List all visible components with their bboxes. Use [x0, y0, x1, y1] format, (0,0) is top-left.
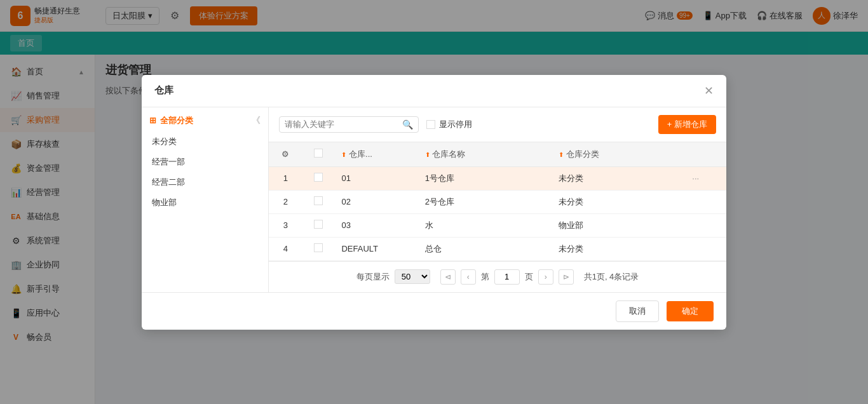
tree-collapse-icon[interactable]: 《	[252, 115, 261, 126]
cell-name: 总仓	[417, 237, 551, 260]
page-unit: 页	[525, 271, 533, 283]
cell-name: 1号仓库	[417, 166, 551, 190]
tree-item-dept1[interactable]: 经营一部	[142, 152, 268, 172]
tree-item-dept2[interactable]: 经营二部	[142, 172, 268, 192]
cell-category: 未分类	[551, 190, 684, 213]
table-body: 1 01 1号仓库 未分类 ··· 2 02 2号仓库 未分类 3 03 水 物…	[269, 166, 726, 260]
show-disabled-checkbox[interactable]	[426, 120, 435, 129]
table-row[interactable]: 1 01 1号仓库 未分类 ···	[269, 166, 726, 190]
warehouse-table-wrap: ⚙ ⬆ 仓库... ⬆	[269, 142, 726, 261]
table-row[interactable]: 3 03 水 物业部	[269, 213, 726, 237]
cell-code: 01	[334, 166, 417, 190]
cell-category: 未分类	[551, 166, 684, 190]
table-header-row: ⚙ ⬆ 仓库... ⬆	[269, 142, 726, 167]
cell-checkbox	[302, 237, 334, 260]
cell-num: 4	[269, 237, 302, 260]
cancel-button[interactable]: 取消	[616, 300, 659, 322]
col-header-category: ⬆ 仓库分类	[551, 142, 684, 167]
next-page-button[interactable]: ›	[538, 269, 553, 285]
first-page-button[interactable]: ⊲	[440, 269, 456, 285]
col-header-code: ⬆ 仓库...	[334, 142, 417, 167]
row-checkbox[interactable]	[314, 243, 323, 252]
cell-checkbox	[302, 190, 334, 213]
last-page-button[interactable]: ⊳	[559, 269, 574, 285]
page-label: 第	[481, 271, 489, 283]
cell-more[interactable]	[684, 213, 726, 237]
modal-header: 仓库 ✕	[142, 75, 726, 107]
cell-checkbox	[302, 166, 334, 190]
modal-close-button[interactable]: ✕	[704, 84, 714, 98]
search-icon[interactable]: 🔍	[402, 119, 413, 130]
cell-num: 2	[269, 190, 302, 213]
cell-more[interactable]	[684, 190, 726, 213]
tree-all-category[interactable]: ⊞ 全部分类	[149, 115, 193, 126]
table-row[interactable]: 4 DEFAULT 总仓 未分类	[269, 237, 726, 260]
show-disabled-wrap: 显示停用	[426, 119, 472, 130]
tree-item-unclassified[interactable]: 未分类	[142, 131, 268, 152]
tree-item-property[interactable]: 物业部	[142, 192, 268, 213]
modal-body: ⊞ 全部分类 《 未分类 经营一部 经营二部 物业部 🔍	[142, 107, 726, 292]
tree-panel: ⊞ 全部分类 《 未分类 经营一部 经营二部 物业部	[142, 107, 269, 292]
grid-icon: ⊞	[149, 116, 156, 125]
cell-num: 3	[269, 213, 302, 237]
tree-header: ⊞ 全部分类 《	[142, 115, 268, 131]
row-checkbox[interactable]	[314, 173, 323, 182]
cell-checkbox	[302, 213, 334, 237]
sort-icon-cat: ⬆	[559, 151, 564, 158]
cell-code: 02	[334, 190, 417, 213]
cell-category: 物业部	[551, 213, 684, 237]
modal-footer: 取消 确定	[142, 292, 726, 330]
per-page-label: 每页显示	[356, 271, 390, 283]
modal-backdrop: 仓库 ✕ ⊞ 全部分类 《 未分类 经营一部 经营二部 物业部	[0, 0, 868, 404]
warehouse-modal: 仓库 ✕ ⊞ 全部分类 《 未分类 经营一部 经营二部 物业部	[142, 75, 726, 330]
cell-name: 2号仓库	[417, 190, 551, 213]
modal-title: 仓库	[154, 84, 173, 97]
table-row[interactable]: 2 02 2号仓库 未分类	[269, 190, 726, 213]
total-info: 共1页, 4条记录	[584, 271, 639, 283]
cell-category: 未分类	[551, 237, 684, 260]
confirm-button[interactable]: 确定	[667, 301, 714, 321]
add-warehouse-button[interactable]: + 新增仓库	[658, 115, 716, 134]
modal-pagination: 每页显示 50 10 20 100 ⊲ ‹ 第 页 › ⊳ 共1页, 4条记	[269, 261, 726, 292]
select-all-checkbox[interactable]	[314, 149, 323, 158]
warehouse-table: ⚙ ⬆ 仓库... ⬆	[269, 142, 726, 261]
prev-page-button[interactable]: ‹	[461, 269, 476, 285]
cell-code: 03	[334, 213, 417, 237]
search-input[interactable]	[285, 119, 402, 129]
settings-icon: ⚙	[281, 149, 289, 159]
col-header-checkbox	[302, 142, 334, 167]
cell-code: DEFAULT	[334, 237, 417, 260]
cell-more[interactable]: ···	[684, 166, 726, 190]
cell-name: 水	[417, 213, 551, 237]
row-checkbox[interactable]	[314, 196, 323, 205]
col-header-more	[684, 142, 726, 167]
sort-icon-name: ⬆	[425, 151, 430, 158]
page-number-input[interactable]	[494, 269, 520, 285]
cell-num: 1	[269, 166, 302, 190]
content-panel: 🔍 显示停用 + 新增仓库 ⚙	[269, 107, 726, 292]
col-header-settings: ⚙	[269, 142, 302, 167]
col-header-name: ⬆ 仓库名称	[417, 142, 551, 167]
modal-toolbar: 🔍 显示停用 + 新增仓库	[269, 107, 726, 142]
sort-icon-code: ⬆	[341, 151, 346, 158]
search-wrap: 🔍	[279, 116, 419, 133]
cell-more[interactable]	[684, 237, 726, 260]
per-page-select[interactable]: 50 10 20 100	[395, 269, 430, 284]
row-checkbox[interactable]	[314, 220, 323, 229]
